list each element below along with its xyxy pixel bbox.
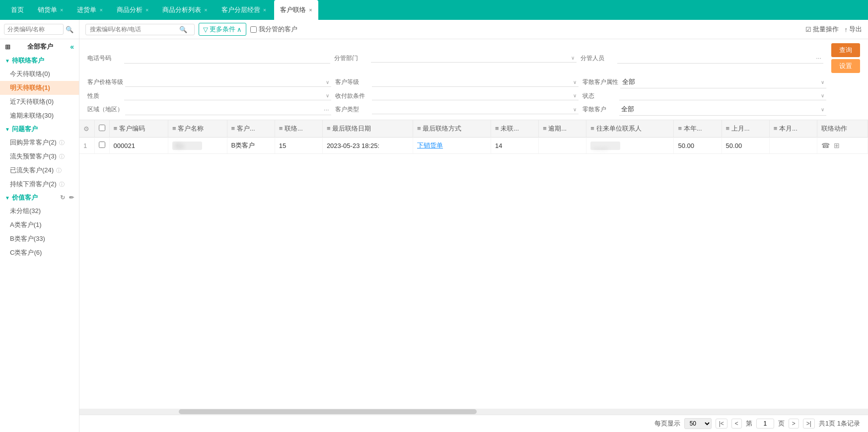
last-page-button[interactable]: >|	[803, 419, 815, 429]
more-filter-button[interactable]: ▽ 更多条件 ∧	[199, 23, 246, 36]
sidebar-item-class-b[interactable]: B类客户(33)	[0, 232, 79, 246]
customer-grade-label: 客户等级	[335, 78, 370, 86]
settings-button[interactable]: 设置	[831, 59, 860, 73]
retail-customer-label: 零散客户	[582, 105, 617, 114]
page-input[interactable]	[756, 419, 774, 429]
search-icon[interactable]: 🔍	[179, 26, 187, 33]
manager-select[interactable]: ···	[617, 53, 823, 64]
nav-home[interactable]: 首页	[5, 0, 30, 20]
td-last-contact-method: 下销货单	[413, 138, 491, 154]
info-icon-declining: ⓘ	[59, 181, 65, 187]
value-group-label: ▼ 价值客户 ↻ ✏	[0, 191, 79, 204]
retail-attr-label: 零散客户属性	[582, 78, 618, 86]
page-label: 第	[746, 419, 752, 428]
nav-customer-contact[interactable]: 客户联络 ×	[274, 0, 318, 20]
my-customers-checkbox[interactable]	[250, 26, 257, 33]
nav-product-analysis[interactable]: 商品分析 ×	[111, 0, 154, 20]
batch-operations-button[interactable]: ☑ 批量操作	[805, 25, 839, 34]
sidebar-item-today-pending[interactable]: 今天待联络(0)	[0, 67, 79, 81]
close-purchase-order-icon[interactable]: ×	[99, 7, 102, 13]
td-name: Ea	[168, 138, 227, 154]
payment-select[interactable]: ∨	[372, 91, 579, 100]
nav-customer-segmentation[interactable]: 客户分层经营 ×	[216, 0, 272, 20]
dept-field: 分管部门 ∨	[334, 54, 577, 63]
collapse-icon[interactable]: «	[70, 43, 74, 51]
all-customers-section: ⊞ 全部客户 «	[0, 39, 79, 54]
close-product-analysis-list-icon[interactable]: ×	[204, 7, 207, 13]
td-this-month	[769, 138, 817, 154]
nav-product-analysis-list[interactable]: 商品分析列表 ×	[156, 0, 213, 20]
next-page-button[interactable]: >	[789, 419, 799, 429]
close-sales-order-icon[interactable]: ×	[60, 7, 63, 13]
region-select[interactable]: ···	[125, 104, 331, 115]
gender-label: 性质	[87, 92, 122, 100]
query-button[interactable]: 查询	[831, 43, 860, 57]
sidebar-item-churn-warning[interactable]: 流失预警客户(3) ⓘ	[0, 149, 79, 163]
info-icon-churn-warning: ⓘ	[59, 153, 65, 159]
customer-type-field: 客户类型 ∨	[335, 105, 579, 114]
payment-field: 收付款条件 ∨	[335, 91, 579, 100]
gender-select[interactable]: ∨	[124, 91, 331, 100]
value-refresh-icon[interactable]: ↻	[60, 194, 65, 201]
select-all-checkbox[interactable]	[99, 125, 105, 131]
nav-purchase-order[interactable]: 进货单 ×	[71, 0, 108, 20]
th-contact-count: ≡ 联络...	[275, 120, 322, 138]
customer-grade-select[interactable]: ∨	[372, 78, 579, 87]
close-customer-contact-icon[interactable]: ×	[309, 7, 312, 13]
sidebar-item-class-c[interactable]: C类客户(6)	[0, 246, 79, 260]
export-button[interactable]: ↑ 导出	[845, 25, 863, 34]
sidebar-item-churned[interactable]: 已流失客户(24) ⓘ	[0, 163, 79, 177]
close-product-analysis-icon[interactable]: ×	[145, 7, 148, 13]
td-type: B类客户	[227, 138, 275, 154]
toolbar: 🔍 ▽ 更多条件 ∧ 我分管的客户 ☑ 批量操作 ↑ 导出	[79, 20, 868, 39]
phone-input[interactable]	[124, 53, 330, 64]
customer-type-select[interactable]: ∨	[372, 105, 579, 114]
table-footer: 每页显示 50 100 200 |< < 第 页 > >| 共1页 1条记录	[79, 415, 868, 432]
sidebar-item-class-a[interactable]: A类客户(1)	[0, 218, 79, 232]
sidebar-search-icon[interactable]: 🔍	[66, 26, 73, 33]
status-select[interactable]: ∨	[619, 91, 826, 100]
gender-field: 性质 ∨	[87, 91, 331, 100]
sidebar-item-overdue-pending[interactable]: 逾期未联络(30)	[0, 109, 79, 123]
scrollbar-thumb[interactable]	[179, 409, 477, 414]
th-checkbox	[94, 120, 109, 138]
th-settings[interactable]: ⚙	[79, 120, 94, 138]
th-type: ≡ 客户...	[227, 120, 275, 138]
contact-action-icon[interactable]: ☎	[821, 142, 830, 149]
td-num: 1	[79, 138, 94, 154]
horizontal-scrollbar[interactable]	[79, 409, 868, 415]
search-input[interactable]	[90, 26, 179, 33]
td-overdue	[539, 138, 586, 154]
my-customers-checkbox-wrap[interactable]: 我分管的客户	[250, 25, 297, 34]
nav-sales-order[interactable]: 销货单 ×	[32, 0, 69, 20]
phone-label: 电话号码	[87, 54, 122, 63]
row-checkbox[interactable]	[99, 142, 105, 148]
prev-page-button[interactable]: <	[731, 419, 742, 429]
customer-name-blurred: Ea	[172, 142, 202, 150]
sidebar-item-ungrouped[interactable]: 未分组(32)	[0, 204, 79, 218]
per-page-select[interactable]: 50 100 200	[684, 418, 712, 429]
customer-level-select[interactable]: ∨	[125, 78, 331, 87]
phone-field: 电话号码	[87, 53, 330, 64]
th-this-month: ≡ 本月...	[769, 120, 817, 138]
grid-action-icon[interactable]: ⊞	[834, 142, 840, 149]
dept-label: 分管部门	[334, 54, 369, 63]
sidebar-item-tomorrow-pending[interactable]: 明天待联络(1)	[0, 81, 79, 95]
region-field: 区域（地区） ···	[87, 104, 331, 115]
last-contact-method-link[interactable]: 下销货单	[417, 142, 443, 149]
content-area: 🔍 ▽ 更多条件 ∧ 我分管的客户 ☑ 批量操作 ↑ 导出	[79, 20, 868, 432]
sidebar-item-7days-pending[interactable]: 近7天待联络(0)	[0, 95, 79, 109]
problem-triangle-icon: ▼	[5, 127, 10, 132]
retail-attr-select[interactable]: 全部∨	[620, 76, 826, 88]
table-row: 1 000021 Ea B类客户 15 2023-05-23 18:25: 下销…	[79, 138, 868, 154]
sidebar-search-input[interactable]	[4, 24, 64, 35]
retail-attr-field: 零散客户属性 全部∨	[582, 76, 826, 88]
dept-select[interactable]: ∨	[371, 54, 577, 63]
search-input-wrap: 🔍	[85, 24, 195, 35]
first-page-button[interactable]: |<	[716, 419, 727, 429]
sidebar-item-declining[interactable]: 持续下滑客户(2) ⓘ	[0, 177, 79, 191]
close-customer-segmentation-icon[interactable]: ×	[263, 7, 266, 13]
sidebar-item-repurchase-anomaly[interactable]: 回购异常客户(2) ⓘ	[0, 136, 79, 149]
value-edit-icon[interactable]: ✏	[69, 194, 74, 201]
retail-customer-select[interactable]: 全部∨	[619, 103, 826, 116]
